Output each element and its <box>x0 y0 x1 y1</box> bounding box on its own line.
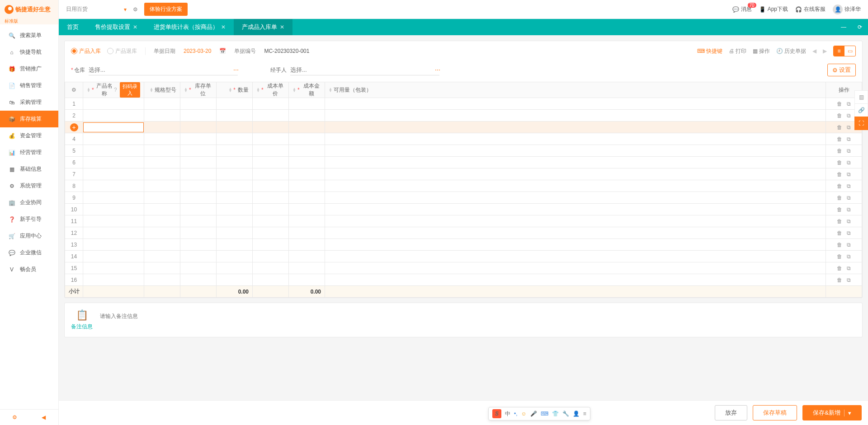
cell-avail[interactable] <box>325 145 826 157</box>
user-menu[interactable]: 👤 徐泽华 <box>833 5 861 14</box>
copy-row-icon[interactable]: ⧉ <box>847 206 851 213</box>
cell-avail[interactable] <box>325 239 826 251</box>
copy-row-icon[interactable]: ⧉ <box>847 195 851 201</box>
warehouse-select[interactable] <box>89 65 238 75</box>
cell-price[interactable] <box>253 145 289 157</box>
cell-price[interactable] <box>253 192 289 204</box>
sidebar-collapse-icon[interactable]: ◀ <box>29 410 59 425</box>
tab[interactable]: 产成品入库单✕ <box>234 19 292 35</box>
cell-spec[interactable] <box>144 133 180 145</box>
table-row[interactable]: 4🗑⧉ <box>65 133 862 145</box>
copy-row-icon[interactable]: ⧉ <box>847 171 851 177</box>
cell-qty[interactable] <box>217 215 253 227</box>
table-row[interactable]: 7🗑⧉ <box>65 168 862 180</box>
col-available[interactable]: ▲▼可用量（包装） <box>325 82 826 98</box>
radio-product-out[interactable]: 产品退库 <box>107 47 137 55</box>
cell-unit[interactable] <box>180 98 217 110</box>
experience-button[interactable]: 体验行业方案 <box>144 3 188 16</box>
cell-qty[interactable] <box>217 98 253 110</box>
help-icon[interactable]: ? <box>114 87 117 93</box>
brand-logo[interactable]: 畅捷通好生意 <box>0 0 58 19</box>
cell-qty[interactable] <box>217 239 253 251</box>
cell-amt[interactable] <box>289 121 325 133</box>
table-row[interactable]: 13🗑⧉ <box>65 239 862 251</box>
delete-row-icon[interactable]: 🗑 <box>837 230 842 236</box>
tab[interactable]: 进货单统计表（按商品）✕ <box>146 19 234 35</box>
remarks-input[interactable] <box>100 309 856 323</box>
cell-product-name[interactable] <box>83 133 144 145</box>
cell-spec[interactable] <box>144 239 180 251</box>
copy-row-icon[interactable]: ⧉ <box>847 230 851 236</box>
cell-unit[interactable] <box>180 262 217 274</box>
cell-product-name[interactable] <box>83 204 144 215</box>
cell-price[interactable] <box>253 110 289 121</box>
cell-qty[interactable] <box>217 227 253 239</box>
cell-price[interactable] <box>253 251 289 262</box>
cell-amt[interactable] <box>289 145 325 157</box>
cell-amt[interactable] <box>289 274 325 286</box>
cell-price[interactable] <box>253 133 289 145</box>
cell-qty[interactable] <box>217 157 253 168</box>
cell-product-name[interactable] <box>83 157 144 168</box>
cell-price[interactable] <box>253 180 289 192</box>
cell-spec[interactable] <box>144 262 180 274</box>
cell-unit[interactable] <box>180 192 217 204</box>
cell-spec[interactable] <box>144 227 180 239</box>
delete-row-icon[interactable]: 🗑 <box>837 112 842 119</box>
copy-row-icon[interactable]: ⧉ <box>847 112 851 119</box>
tab[interactable]: 售价提取设置✕ <box>87 19 146 35</box>
cell-unit[interactable] <box>180 239 217 251</box>
cell-price[interactable] <box>253 98 289 110</box>
date-value[interactable]: 2023-03-20 <box>184 48 211 54</box>
cell-price[interactable] <box>253 227 289 239</box>
nav-item[interactable]: 🛍采购管理 <box>0 94 58 111</box>
product-name-input[interactable] <box>83 122 144 132</box>
col-config[interactable]: ⚙ <box>65 82 83 98</box>
cell-avail[interactable] <box>325 227 826 239</box>
col-qty[interactable]: ▲▼*数量 <box>217 82 253 98</box>
cell-spec[interactable] <box>144 157 180 168</box>
float-tool-expand[interactable]: ⛶ <box>854 117 868 130</box>
nav-item[interactable]: 📊经营管理 <box>0 144 58 161</box>
cell-qty[interactable] <box>217 110 253 121</box>
cell-spec[interactable] <box>144 204 180 215</box>
cell-product-name[interactable] <box>83 215 144 227</box>
save-draft-button[interactable]: 保存草稿 <box>753 405 797 420</box>
cell-amt[interactable] <box>289 133 325 145</box>
cell-qty[interactable] <box>217 262 253 274</box>
next-bill-button[interactable]: ▶ <box>823 48 827 54</box>
cell-unit[interactable] <box>180 133 217 145</box>
nav-item[interactable]: 🎁营销推广 <box>0 61 58 77</box>
copy-row-icon[interactable]: ⧉ <box>847 253 851 260</box>
nav-item[interactable]: 📄销售管理 <box>0 77 58 94</box>
cell-product-name[interactable] <box>83 251 144 262</box>
cell-qty[interactable] <box>217 133 253 145</box>
cell-unit[interactable] <box>180 204 217 215</box>
prev-bill-button[interactable]: ◀ <box>812 48 816 54</box>
save-and-new-button[interactable]: 保存&新增 ▾ <box>802 405 862 420</box>
delete-row-icon[interactable]: 🗑 <box>837 277 842 283</box>
nav-item[interactable]: ❓新手引导 <box>0 211 58 228</box>
online-service-button[interactable]: 🎧 在线客服 <box>795 5 826 13</box>
copy-row-icon[interactable]: ⧉ <box>847 101 851 107</box>
delete-row-icon[interactable]: 🗑 <box>837 124 842 131</box>
col-spec[interactable]: ▲▼规格型号 <box>144 82 180 98</box>
warehouse-more-icon[interactable]: ⋯ <box>233 67 239 73</box>
delete-row-icon[interactable]: 🗑 <box>837 148 842 154</box>
scan-entry-button[interactable]: 扫码录入 <box>120 82 140 98</box>
cell-unit[interactable] <box>180 251 217 262</box>
close-icon[interactable]: ✕ <box>221 24 226 30</box>
nav-item[interactable]: 🛒应用中心 <box>0 228 58 244</box>
close-icon[interactable]: ✕ <box>280 24 284 30</box>
copy-row-icon[interactable]: ⧉ <box>847 265 851 271</box>
copy-row-icon[interactable]: ⧉ <box>847 159 851 166</box>
ime-emoji-icon[interactable]: ☺ <box>521 411 527 417</box>
ime-skin-icon[interactable]: 👕 <box>552 411 559 417</box>
cell-amt[interactable] <box>289 262 325 274</box>
table-row[interactable]: 8🗑⧉ <box>65 180 862 192</box>
cell-spec[interactable] <box>144 251 180 262</box>
ime-voice-icon[interactable]: 🎤 <box>530 411 537 417</box>
app-download-button[interactable]: 📱 App下载 <box>759 5 788 13</box>
cell-avail[interactable] <box>325 98 826 110</box>
float-tool-1[interactable]: ▥ <box>854 90 868 104</box>
